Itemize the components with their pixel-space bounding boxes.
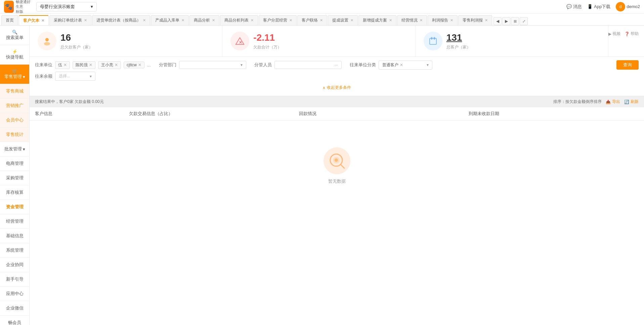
more-tags-btn[interactable]: ... [147,63,151,68]
sidebar-item-member[interactable]: 会员中心 [0,113,29,128]
filter-tag-unit1[interactable]: 伍 ✕ [55,61,70,69]
stat-icon-customers [38,32,56,50]
help-link[interactable]: ❓ 帮助 [625,31,639,37]
svg-rect-4 [430,38,436,44]
sidebar-member2-label: 畅会员 [0,320,29,325]
tab-nav-arrows: ◀ ▶ ⊞ ⤢ [493,17,528,25]
sidebar-item-retail[interactable]: 🛒 零售管理 ▾ [0,65,29,84]
tab-purchase-goods[interactable]: 进货单统计表（按商品） ✕ [92,15,150,25]
tab-prev-btn[interactable]: ◀ [493,17,502,25]
sidebar-item-marketing[interactable]: 营销推广 [0,99,29,113]
person-dropdown[interactable]: ··· [274,61,342,69]
tab-produce[interactable]: 产成品入库单 ✕ [151,15,189,25]
retail-icon: 🛒 [0,69,29,74]
search-button[interactable]: 查询 [616,60,639,70]
remove-tag-icon[interactable]: ✕ [115,63,118,67]
sidebar-item-purchase[interactable]: 采购管理 [0,171,29,185]
close-icon[interactable]: ✕ [143,18,146,23]
close-icon[interactable]: ✕ [84,18,87,23]
export-icon: 📤 [606,100,611,104]
tab-purchase-stats[interactable]: 采购订单统计表 ✕ [49,15,91,25]
sort-label[interactable]: 排序：按欠款金额倒序排序 [553,99,602,105]
refresh-btn[interactable]: 🔄 刷新 [624,99,639,105]
app-download-btn[interactable]: 📱 App下载 [587,4,610,10]
sidebar-marketing-label: 营销推广 [0,103,29,109]
message-btn[interactable]: 💬 消息 [566,4,582,10]
tab-customer-layer[interactable]: 客户分层经营 ✕ [259,15,297,25]
tab-home-label: 首页 [6,17,14,23]
tab-fullscreen-btn[interactable]: ⤢ [520,17,528,25]
avatar: d [616,2,625,11]
tab-next-btn[interactable]: ▶ [502,17,510,25]
sidebar-item-inventory[interactable]: 库存核算 [0,185,29,200]
filter-tag-unit4[interactable]: cjttcw ✕ [124,62,144,68]
tab-new-commission[interactable]: 新增提成方案 ✕ [358,15,396,25]
close-icon[interactable]: ✕ [212,18,215,23]
sidebar-item-member2[interactable]: 畅会员 [0,316,29,325]
tab-customer-debt[interactable]: 客户欠本 ✕ [19,15,49,25]
category-dropdown[interactable]: 普通客户 ✕ ▾ [379,61,432,70]
filter-tag-unit3[interactable]: 王小亮 ✕ [98,61,121,69]
close-icon[interactable]: ✕ [420,18,423,23]
refresh-label: 刷新 [631,99,639,105]
question-icon: ❓ [625,32,630,36]
close-icon[interactable]: ✕ [320,18,323,23]
tab-purchase-goods-label: 进货单统计表（按商品） [96,17,141,23]
tab-retail-profit[interactable]: 零售利润报 ✕ [458,15,492,25]
sidebar-item-finance[interactable]: 资金管理 [0,200,29,214]
close-icon[interactable]: ✕ [289,18,292,23]
sidebar-item-wechat[interactable]: 企业微信 [0,301,29,316]
close-icon[interactable]: ✕ [450,18,453,23]
dept-dropdown[interactable]: ▾ [179,61,246,69]
remove-category-icon[interactable]: ✕ [400,63,403,67]
close-icon[interactable]: ✕ [251,18,254,23]
results-summary: 搜索结果中，客户0家 欠款金额 0.00元 [35,99,104,105]
sidebar-item-quicknav[interactable]: ⚡ 快捷导航 [0,45,29,65]
export-btn[interactable]: 📤 导出 [606,99,620,105]
filter-tag-unit2[interactable]: 陈民强 ✕ [73,61,95,69]
tab-customer-contact[interactable]: 客户联络 ✕ [297,15,327,25]
tab-operation-label: 经营情况 [401,17,418,23]
remove-tag-icon[interactable]: ✕ [89,63,92,67]
sidebar-item-apps[interactable]: 应用中心 [0,287,29,301]
sidebar-item-retail-shop[interactable]: 零售商城 [0,84,29,99]
collapse-btn[interactable]: ∧ 收起更多条件 [35,83,639,93]
sidebar-retail-stats-label: 零售统计 [0,132,29,138]
sidebar-item-collab[interactable]: 企业协同 [0,258,29,272]
nav-tabs: 首页 客户欠本 ✕ 采购订单统计表 ✕ 进货单统计表（按商品） ✕ 产成品入库单… [0,13,644,26]
sidebar-basic-info-label: 基础信息 [0,233,29,239]
top-right-area: 💬 消息 📱 App下载 d demo2 [566,2,640,11]
svg-point-1 [44,42,50,45]
close-icon[interactable]: ✕ [41,19,44,23]
data-table: 客户信息 欠款交易信息（占比） 回款情况 到期未收款日期 暂无数据 [30,107,644,325]
close-icon[interactable]: ✕ [350,18,353,23]
close-icon[interactable]: ✕ [485,18,488,23]
sidebar-finance-label: 资金管理 [0,204,29,210]
tab-operation[interactable]: 经营情况 ✕ [397,15,427,25]
remove-tag-icon[interactable]: ✕ [138,63,141,67]
close-icon[interactable]: ✕ [389,18,392,23]
tab-profit[interactable]: 利润报告 ✕ [428,15,458,25]
tab-home[interactable]: 首页 [1,15,18,25]
account-selector[interactable]: 母婴行业演示账套 ▾ [36,2,97,11]
tab-commission-settings[interactable]: 提成设置 ✕ [328,15,358,25]
tab-expand-btn[interactable]: ⊞ [511,17,519,25]
sidebar-item-basic-info[interactable]: 基础信息 [0,229,29,243]
balance-dropdown[interactable]: 选择... ▾ [55,72,95,81]
user-area[interactable]: d demo2 [616,2,640,11]
sidebar-item-search[interactable]: 🔍 搜索菜单 [0,26,29,45]
remove-tag-icon[interactable]: ✕ [63,63,67,67]
quicknav-icon: ⚡ [0,49,29,54]
sidebar-item-wholesale[interactable]: 批发管理 ▾ [0,142,29,156]
close-icon[interactable]: ✕ [181,18,184,23]
sidebar-item-retail-stats[interactable]: 零售统计 [0,128,29,142]
category-label: 往来单位分类 [350,62,376,68]
tab-goods-analysis[interactable]: 商品分析 ✕ [189,15,219,25]
filter-tag-category[interactable]: 普通客户 ✕ [382,62,403,68]
tab-goods-list[interactable]: 商品分析列表 ✕ [220,15,258,25]
sidebar-item-guide[interactable]: 新手引导 [0,272,29,287]
sidebar-item-operation[interactable]: 经营管理 [0,214,29,229]
sidebar-item-system[interactable]: 系统管理 [0,243,29,258]
video-link[interactable]: ▶ 视频 [608,31,620,37]
sidebar-item-ecommerce[interactable]: 电商管理 [0,156,29,171]
